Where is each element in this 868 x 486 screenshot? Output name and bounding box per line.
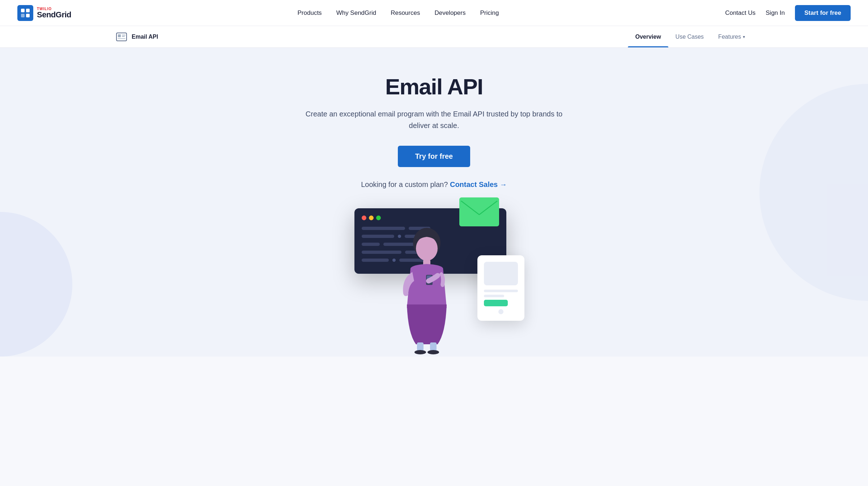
phone-line-1: [484, 290, 518, 292]
contact-us-link[interactable]: Contact Us: [725, 9, 756, 17]
hero-title: Email API: [385, 74, 483, 99]
bg-decoration-right: [760, 84, 868, 301]
dot-yellow: [369, 216, 374, 220]
hero-section: Email API Create an exceptional email pr…: [0, 48, 868, 357]
person-illustration: [387, 221, 467, 357]
svg-rect-4: [26, 14, 30, 17]
header-right: Contact Us Sign In Start for free: [725, 5, 851, 21]
phone-image-placeholder: [484, 262, 518, 285]
nav-developers[interactable]: Developers: [434, 9, 465, 17]
svg-rect-3: [21, 14, 25, 17]
svg-rect-0: [17, 5, 33, 21]
main-header: TWILIO SendGrid Products Why SendGrid Re…: [0, 0, 868, 26]
phone-circle: [498, 309, 503, 314]
svg-rect-2: [26, 9, 30, 12]
main-nav: Products Why SendGrid Resources Develope…: [298, 9, 499, 17]
svg-point-18: [414, 350, 426, 354]
email-api-icon: [116, 31, 127, 43]
contact-sales-link[interactable]: Contact Sales →: [450, 180, 507, 188]
logo[interactable]: TWILIO SendGrid: [17, 5, 71, 21]
nav-why-sendgrid[interactable]: Why SendGrid: [336, 9, 376, 17]
phone-line-2: [484, 295, 504, 297]
svg-rect-1: [21, 9, 25, 12]
chevron-down-icon: ▾: [743, 34, 745, 39]
start-for-free-button[interactable]: Start for free: [795, 5, 851, 21]
hero-subtitle: Create an exceptional email program with…: [297, 108, 571, 131]
sendgrid-label: SendGrid: [37, 11, 71, 19]
tab-features-label: Features: [718, 34, 741, 40]
phone-cta-button: [484, 300, 508, 306]
nav-products[interactable]: Products: [298, 9, 322, 17]
svg-point-19: [427, 350, 439, 354]
sub-nav-tabs: Overview Use Cases Features ▾: [628, 26, 752, 47]
sub-nav-bar: Email API Overview Use Cases Features ▾: [0, 26, 868, 48]
contact-sales-line: Looking for a custom plan? Contact Sales…: [361, 179, 507, 190]
sign-in-link[interactable]: Sign In: [766, 9, 785, 17]
dash-bar: [362, 259, 389, 262]
tab-use-cases[interactable]: Use Cases: [668, 26, 711, 47]
bg-decoration-left: [0, 212, 72, 357]
sub-nav-title: Email API: [132, 34, 158, 40]
logo-text: TWILIO SendGrid: [37, 7, 71, 19]
tab-overview[interactable]: Overview: [628, 26, 668, 47]
dot-red: [362, 216, 366, 220]
try-for-free-button[interactable]: Try for free: [398, 146, 470, 167]
contact-prefix: Looking for a custom plan?: [361, 180, 448, 188]
hero-illustration: [344, 205, 524, 357]
sendgrid-logo-icon: [17, 5, 33, 21]
tab-features[interactable]: Features ▾: [711, 26, 752, 47]
dot-green: [376, 216, 381, 220]
person-svg: [387, 221, 467, 355]
nav-resources[interactable]: Resources: [391, 9, 420, 17]
dash-bar: [362, 243, 380, 246]
svg-point-14: [416, 236, 438, 261]
nav-pricing[interactable]: Pricing: [480, 9, 499, 17]
svg-rect-6: [118, 34, 121, 37]
